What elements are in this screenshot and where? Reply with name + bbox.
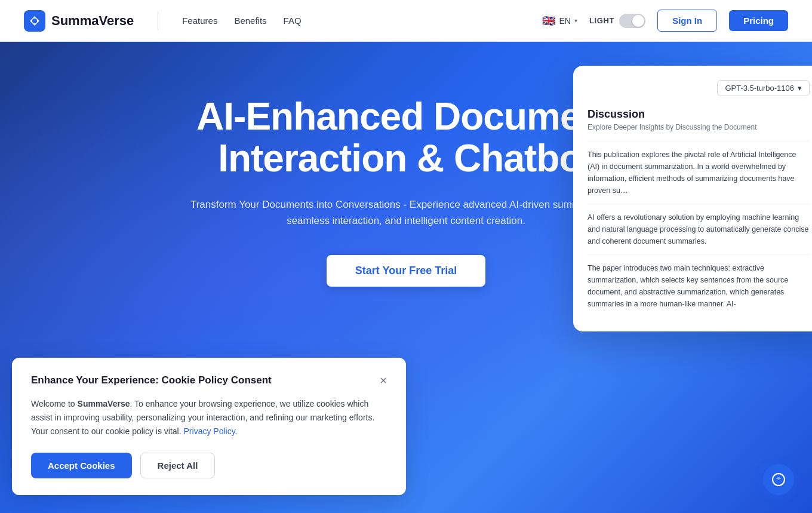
reject-all-button[interactable]: Reject All	[140, 453, 216, 478]
card-section-subtitle: Explore Deeper Insights by Discussing th…	[588, 123, 810, 131]
cookie-brand-name: SummaVerse	[78, 399, 130, 408]
navbar-left: SummaVerse Features Benefits FAQ	[24, 10, 302, 32]
lang-code: EN	[559, 16, 570, 26]
nav-divider	[158, 11, 158, 30]
theme-toggle-wrap: LIGHT	[589, 14, 645, 28]
flag-icon: 🇬🇧	[542, 14, 555, 27]
cookie-close-button[interactable]: ×	[380, 374, 387, 386]
cookie-banner: Enhance Your Experience: Cookie Policy C…	[12, 358, 406, 495]
model-selector: GPT-3.5-turbo-1106 ▾	[588, 80, 810, 96]
card-divider-1	[588, 141, 810, 142]
privacy-policy-link[interactable]: Privacy Policy	[184, 426, 235, 436]
theme-label: LIGHT	[589, 16, 614, 25]
cookie-body-prefix: Welcome to	[31, 399, 78, 408]
accept-cookies-button[interactable]: Accept Cookies	[31, 453, 132, 478]
navbar-right: 🇬🇧 EN ▾ LIGHT Sign In Pricing	[542, 10, 788, 32]
brand-name: SummaVerse	[51, 13, 134, 29]
pricing-button[interactable]: Pricing	[729, 10, 788, 31]
model-name: GPT-3.5-turbo-1106	[725, 84, 794, 93]
logo[interactable]: SummaVerse	[24, 10, 134, 32]
model-chevron-icon: ▾	[798, 84, 802, 93]
cookie-suffix-dot: .	[235, 426, 238, 436]
cookie-title: Enhance Your Experience: Cookie Policy C…	[31, 374, 272, 386]
hero-card: GPT-3.5-turbo-1106 ▾ Discussion Explore …	[573, 66, 812, 331]
svg-point-1	[32, 19, 37, 23]
card-paragraph-2: AI offers a revolutionary solution by em…	[588, 211, 810, 247]
toggle-knob	[632, 15, 644, 27]
hero-subtitle: Transform Your Documents into Conversati…	[173, 196, 639, 229]
start-trial-button[interactable]: Start Your Free Trial	[327, 255, 485, 287]
sign-in-button[interactable]: Sign In	[657, 10, 717, 32]
chat-widget-button[interactable]	[763, 464, 794, 495]
language-selector[interactable]: 🇬🇧 EN ▾	[542, 14, 577, 27]
navbar: SummaVerse Features Benefits FAQ 🇬🇧 EN ▾…	[0, 0, 812, 42]
cookie-actions: Accept Cookies Reject All	[31, 453, 387, 478]
chevron-down-icon: ▾	[574, 17, 577, 24]
card-section-title: Discussion	[588, 108, 810, 121]
cookie-body: Welcome to SummaVerse. To enhance your b…	[31, 397, 387, 438]
chat-icon	[771, 472, 786, 487]
nav-link-benefits[interactable]: Benefits	[234, 16, 266, 26]
card-paragraph-3: The paper introduces two main techniques…	[588, 262, 810, 310]
card-paragraph-1: This publication explores the pivotal ro…	[588, 149, 810, 196]
cookie-header: Enhance Your Experience: Cookie Policy C…	[31, 374, 387, 386]
logo-icon	[24, 10, 45, 32]
hero-title: AI-Enhanced DocumentInteraction & Chatbo…	[173, 96, 639, 180]
nav-links: Features Benefits FAQ	[182, 16, 301, 26]
theme-toggle[interactable]	[619, 14, 645, 28]
nav-link-faq[interactable]: FAQ	[284, 16, 302, 26]
nav-link-features[interactable]: Features	[182, 16, 217, 26]
model-badge[interactable]: GPT-3.5-turbo-1106 ▾	[717, 80, 810, 96]
card-divider-3	[588, 254, 810, 255]
card-divider-2	[588, 204, 810, 204]
